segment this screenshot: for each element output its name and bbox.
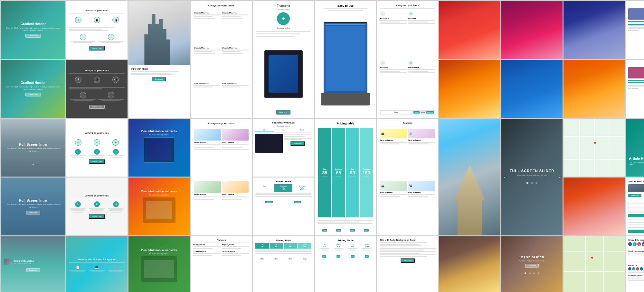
always-terms-card-gray[interactable]: Always on your terms 1 2 3 <box>66 178 128 235</box>
article-form-area <box>628 202 644 217</box>
tab-content-btn[interactable]: Read more <box>290 141 305 146</box>
toggle-faq-card[interactable]: Toggle FAQ Why Minerva <box>626 60 644 118</box>
intro-with-media-btn-1[interactable]: Read more <box>26 268 40 272</box>
google-icon[interactable]: g <box>637 242 641 246</box>
always-terms-card-light[interactable]: Always on your terms 🖥 📱 📲 Connect no <box>66 1 128 59</box>
share-page-title: Share this page! <box>628 239 644 241</box>
follow-tw-icon[interactable] <box>632 267 635 270</box>
buy-btn-large-3[interactable]: Buy <box>350 229 355 232</box>
follow-g-icon[interactable] <box>636 267 639 270</box>
features-device-area <box>256 40 311 109</box>
article-header-plain-title: Article Header <box>628 180 644 183</box>
gradient-header-btn-2[interactable]: Connect now <box>25 93 41 96</box>
follow-fb-icon[interactable] <box>628 267 631 270</box>
full-screen-intro-card-2[interactable]: Full Screen Intro Click here to learn mo… <box>1 178 65 235</box>
twitter-icon[interactable]: t <box>633 242 637 246</box>
slider-next-btn[interactable]: › <box>558 175 560 180</box>
tab-2[interactable]: Tab 2 <box>274 128 293 132</box>
toggle-q-1[interactable] <box>628 80 644 81</box>
form-field-3[interactable] <box>628 210 644 213</box>
buy-bottom-2[interactable]: Buy <box>336 255 341 258</box>
map-section-card[interactable] <box>564 119 625 177</box>
image-slider-btn[interactable]: Read more <box>525 264 539 268</box>
buy-bottom-3[interactable]: Buy <box>351 255 355 258</box>
feature-btn-reject[interactable]: Reject <box>420 111 426 114</box>
article-header-plain-card[interactable]: Article Header Read more <box>626 178 644 235</box>
pricing-table-card-2[interactable]: Pricing table Plan 19. Bus. 29. Pro 39. … <box>253 236 314 292</box>
buy-bottom-1[interactable]: Buy <box>322 255 327 258</box>
buy-btn-business[interactable]: Buy now <box>265 201 273 203</box>
form-field-1[interactable] <box>628 202 644 205</box>
gradient-header-card-1[interactable]: Gradient Header Click the 'Click Now' bu… <box>1 1 65 59</box>
toggle-q-3[interactable] <box>628 85 644 87</box>
features-plain-card[interactable]: Features ☰ Requirement ☰ Quality Bonus ☰… <box>191 236 252 292</box>
divider-gray <box>69 199 125 199</box>
features-main-btn[interactable]: Read more <box>276 110 291 114</box>
features-large-card[interactable]: Features 📸 What is Minerva 🏢 What is Min… <box>377 119 438 235</box>
feature-btn-forward[interactable]: Response <box>426 111 434 114</box>
photo-dark-purple <box>564 1 625 59</box>
map-section-card-2[interactable] <box>564 236 625 292</box>
intro-media-btn-top[interactable]: Read more <box>152 77 166 81</box>
full-screen-intro-btn-2[interactable]: Learn more <box>26 211 40 214</box>
buy-btn-3[interactable]: Buy <box>289 258 293 260</box>
tab-3[interactable]: Tab 3 <box>293 128 311 132</box>
intro-media-card-large-1[interactable]: Intro with Media Read more <box>128 1 190 118</box>
title-solid-card[interactable]: Title with Solid Background Color Read m… <box>377 236 438 292</box>
title-solid-btn[interactable]: Read more <box>401 258 415 263</box>
toggle-q-2[interactable] <box>628 82 644 83</box>
accordion-faq-card[interactable]: Accordion FAQ Why Minerva <box>626 1 644 59</box>
share-page-card[interactable]: Share this page! f t g in Send your sugg… <box>626 236 644 292</box>
buy-btn-1[interactable]: Buy <box>260 258 264 260</box>
always-terms-large-card[interactable]: Always on your terms ✓ Responsive ★ Best… <box>377 1 438 118</box>
features-gradient-card[interactable]: Features with Gradient Background 📋 💻 ⚙️ <box>66 236 128 292</box>
tab-1[interactable]: Tab 1 <box>255 128 274 132</box>
full-screen-intro-card-1[interactable]: ▼ Full Screen Intro Click here to learn … <box>1 119 65 177</box>
feature-btn-accept[interactable]: Accept <box>413 111 419 114</box>
always-terms-card-dark[interactable]: Always on your terms 🖥 📱 📲 Connect now <box>66 60 128 118</box>
always-terms-card-white2[interactable]: Always on your terms ◎ ◈ ◉ 1 2 3 <box>66 119 128 177</box>
always-btn-1[interactable]: Connect now <box>89 46 105 50</box>
pricing-table-bottom-title: Pricing Table <box>317 239 374 242</box>
buy-btn-premium[interactable]: Buy now <box>294 201 301 203</box>
subscribe-input[interactable] <box>628 278 644 281</box>
full-screen-slider-card[interactable]: ‹ › FULL SCREEN SLIDER We make the best … <box>501 119 563 235</box>
always-btn-dark[interactable]: Connect now <box>89 105 104 109</box>
article-header-card[interactable]: Article Header Click here to learn more … <box>626 119 644 177</box>
pricing-table-card-1[interactable]: Pricing table Plan Business 19. Premium … <box>253 178 314 235</box>
linkedin-icon[interactable]: in <box>642 242 644 246</box>
intro-media-card-darkblue[interactable]: Beautiful mobile websites We create stun… <box>128 119 190 177</box>
buy-btn-2[interactable]: Buy <box>274 258 279 260</box>
article-blue-bar <box>628 219 644 220</box>
features-tabs-card[interactable]: Features with tabs Boost your ranking Ta… <box>253 119 314 177</box>
buy-bottom-4[interactable]: Buy <box>365 255 369 258</box>
slider-prev-btn[interactable]: ‹ <box>504 175 506 180</box>
pricing-table-bottom-card[interactable]: Pricing Table Plan 35 Business 65 Pro 90 <box>315 236 376 292</box>
gradient-header-card-2[interactable]: Gradient Header Click the 'Click Now' bu… <box>1 60 65 118</box>
always-terms-card-2-large[interactable]: Always on your terms What is Minerva Wha… <box>191 119 252 235</box>
buy-btn-large-2[interactable]: Buy <box>336 229 341 232</box>
features-main-card[interactable]: Features The advantages ★ Boost your ran… <box>253 1 314 118</box>
always-btn-gray[interactable]: Connect now <box>89 214 105 219</box>
easy-to-use-card[interactable]: Easy to use <box>315 1 376 118</box>
image-slider-card[interactable]: IMAGE SLIDER We make the best websites f… <box>501 236 563 292</box>
always-btn-w2[interactable]: Connect now <box>89 159 105 164</box>
article-btn-teal[interactable] <box>628 230 644 233</box>
photo-purple <box>501 1 563 59</box>
article-header-plain-btn[interactable]: Read more <box>628 194 641 197</box>
gradient-header-btn-1[interactable]: Connect now <box>25 34 41 38</box>
suggestions-input[interactable] <box>628 253 644 256</box>
photo-warm-arch <box>564 178 625 235</box>
pricing-large-card-2[interactable]: Pricing table Plan 35 per month Business… <box>315 119 376 235</box>
buy-btn-large-4[interactable]: Buy <box>364 229 369 232</box>
form-submit-teal[interactable] <box>628 214 644 217</box>
intro-media-card-orange[interactable]: Beautiful mobile websites We create stun… <box>128 178 190 235</box>
intro-with-media-card-1[interactable]: Intro with Media Click here to learn mor… <box>1 236 65 292</box>
follow-li-icon[interactable] <box>640 267 643 270</box>
intro-media-card-green[interactable]: Beautiful mobile websites We create stun… <box>128 236 190 292</box>
always-terms-features-card[interactable]: Always on your terms What is Minerva Wha… <box>191 1 252 118</box>
form-field-2[interactable] <box>628 206 644 209</box>
facebook-icon[interactable]: f <box>628 242 632 246</box>
buy-btn-large-1[interactable]: Buy <box>322 229 327 232</box>
buy-btn-4[interactable]: Buy <box>303 258 307 260</box>
